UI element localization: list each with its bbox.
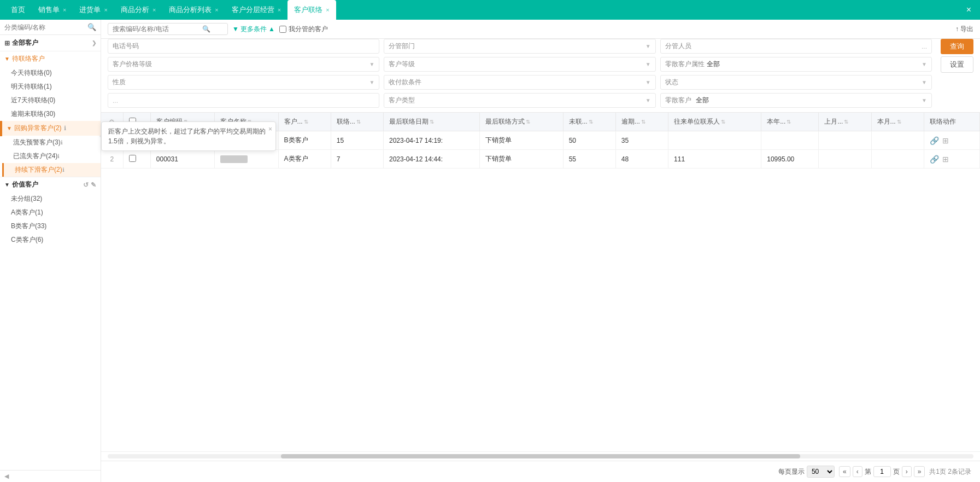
settings-button[interactable]: 设置	[941, 56, 973, 73]
nav-customer-contact-close[interactable]: ×	[326, 7, 329, 13]
abnormal-info-icon[interactable]: ℹ	[64, 125, 66, 132]
sidebar-item-7days[interactable]: 近7天待联络(0)	[0, 94, 101, 107]
export-button[interactable]: ↑ 导出	[955, 25, 973, 34]
my-customers-checkbox[interactable]	[279, 26, 286, 33]
row-action-link-1[interactable]: 🔗	[930, 136, 939, 145]
sidebar-all-customers[interactable]: ⊞ 全部客户 ❯	[0, 35, 101, 51]
query-button[interactable]: 查询	[941, 39, 973, 54]
sidebar-footer[interactable]: ◀	[0, 470, 101, 482]
sort-icon5: ⇅	[430, 119, 434, 125]
filter-status[interactable]: 状态 ▼	[660, 75, 932, 90]
nav-home[interactable]: 首页	[4, 0, 32, 20]
last-page-btn[interactable]: »	[914, 466, 925, 477]
sidebar-pending-contact-title[interactable]: ▼ 待联络客户	[0, 51, 101, 66]
sidebar-search-input[interactable]	[4, 24, 87, 31]
row-last-date-2: 2023-04-12 14:44:	[384, 150, 480, 169]
declining-info-icon[interactable]: ℹ	[62, 167, 64, 173]
col-uncontacted[interactable]: 未联...⇅	[563, 113, 615, 131]
col-overdue[interactable]: 逾期...⇅	[615, 113, 668, 131]
filter-nature[interactable]: 性质 ▼	[108, 75, 379, 90]
sidebar-item-a-class[interactable]: A类客户(1)	[0, 206, 101, 219]
customer-search-input[interactable]	[113, 25, 200, 33]
window-close-button[interactable]: ×	[962, 5, 976, 15]
sidebar-item-lost[interactable]: 已流失客户(24) ℹ	[2, 149, 101, 163]
sidebar-item-tomorrow[interactable]: 明天待联络(1)	[0, 80, 101, 94]
filter-customer-level[interactable]: 客户等级 ▼	[384, 57, 655, 72]
lost-info-icon[interactable]: ℹ	[57, 153, 60, 159]
search-execute-icon[interactable]: 🔍	[202, 25, 210, 33]
row-checkbox-2[interactable]	[123, 150, 150, 169]
first-page-btn[interactable]: «	[839, 466, 850, 477]
filter-price-level[interactable]: 客户价格等级 ▼	[108, 57, 379, 72]
next-page-btn[interactable]: ›	[902, 466, 912, 477]
col-last-contact-date[interactable]: 最后联络日期⇅	[384, 113, 480, 131]
sidebar-search-icon[interactable]: 🔍	[87, 23, 96, 31]
nav-customer-contact[interactable]: 客户联络 ×	[287, 0, 336, 20]
row-code-2[interactable]: 000031	[150, 150, 214, 169]
filter-retail-customer[interactable]: 零散客户 全部 ▼	[660, 93, 932, 108]
sidebar-abnormal-title[interactable]: ▼ 回购异常客户(2) ℹ	[2, 121, 101, 136]
filter-payment-terms[interactable]: 收付款条件 ▼	[384, 75, 655, 90]
person-more-btn[interactable]: ...	[922, 43, 927, 50]
sidebar-value-title[interactable]: ▼ 价值客户 ↺ ✎	[0, 177, 101, 192]
row-last-method-2[interactable]: 下销货单	[480, 150, 563, 169]
more-conditions-btn[interactable]: ▼ 更多条件 ▲	[232, 25, 275, 34]
col-contact-count[interactable]: 联络...⇅	[331, 113, 383, 131]
page-number-input[interactable]	[873, 466, 891, 477]
my-customers-filter[interactable]: 我分管的客户	[279, 25, 328, 34]
sidebar-item-c-class[interactable]: C类客户(6)	[0, 233, 101, 247]
sort-icon9: ⇅	[721, 119, 725, 125]
nav-purchase[interactable]: 进货单 ×	[73, 0, 114, 20]
refresh-icon[interactable]: ↺	[83, 181, 89, 189]
filter-retail-attr[interactable]: 零散客户属性 全部 ▼	[660, 57, 932, 72]
horizontal-scrollbar[interactable]	[101, 451, 980, 461]
col-this-month[interactable]: 本月...⇅	[871, 113, 924, 131]
nav-product-analysis[interactable]: 商品分析 ×	[114, 0, 162, 20]
per-page-select[interactable]: 50 100 200	[807, 466, 835, 478]
nav-customer-tier[interactable]: 客户分层经营 ×	[225, 0, 287, 20]
nav-product-list[interactable]: 商品分析列表 ×	[162, 0, 225, 20]
filter-dept[interactable]: 分管部门 ▼	[384, 39, 655, 54]
col-this-year[interactable]: 本年...⇅	[761, 113, 819, 131]
row-last-date-1: 2023-04-17 14:19:	[384, 131, 480, 150]
nav-product-analysis-close[interactable]: ×	[152, 7, 156, 13]
col-last-contact-method[interactable]: 最后联络方式⇅	[480, 113, 563, 131]
edit-icon[interactable]: ✎	[91, 181, 96, 189]
filter-row-1: 电话号码 分管部门 ▼ 分管人员 ...	[108, 39, 932, 54]
row-last-method-1[interactable]: 下销货单	[480, 131, 563, 150]
sidebar-item-b-class[interactable]: B类客户(33)	[0, 219, 101, 233]
row-action-grid-2[interactable]: ⊞	[942, 155, 949, 164]
nav-purchase-close[interactable]: ×	[104, 7, 107, 13]
customer-type-dropdown-arrow: ▼	[645, 97, 651, 103]
sidebar-item-losing[interactable]: 流失预警客户(3) ℹ	[2, 136, 101, 149]
nav-sales[interactable]: 销售单 ×	[32, 0, 73, 20]
nav-sales-close[interactable]: ×	[63, 7, 66, 13]
nav-product-list-close[interactable]: ×	[215, 7, 218, 13]
row-this-month-2	[871, 150, 924, 169]
sidebar-item-declining[interactable]: 持续下滑客户(2) ℹ	[2, 163, 101, 177]
tooltip-box: 距客户上次交易时长，超过了此客户的平均交易周期的1.5倍，则视为异常。 ×	[101, 121, 276, 151]
row-contact-count-2: 7	[331, 150, 383, 169]
main-layout: 🔍 ⊞ 全部客户 ❯ ▼ 待联络客户 今天待联络(0) 明天待联络(1) 近7天…	[0, 20, 980, 482]
prev-page-btn[interactable]: ‹	[853, 466, 862, 477]
filter-person[interactable]: 分管人员 ...	[660, 39, 932, 54]
sidebar-item-today[interactable]: 今天待联络(0)	[0, 66, 101, 80]
more-btn[interactable]: ...	[113, 97, 118, 104]
row-actions-2: 🔗 ⊞	[924, 150, 979, 169]
sidebar-item-ungrouped[interactable]: 未分组(32)	[0, 192, 101, 206]
sidebar-item-overdue[interactable]: 逾期未联络(30)	[0, 107, 101, 121]
row-action-link-2[interactable]: 🔗	[930, 155, 939, 164]
col-last-month[interactable]: 上月...⇅	[819, 113, 871, 131]
col-customer-type[interactable]: 客户...⇅	[278, 113, 331, 131]
col-contact-person[interactable]: 往来单位联系人⇅	[668, 113, 761, 131]
payment-terms-dropdown-arrow: ▼	[645, 79, 651, 85]
sidebar-value-group: ▼ 价值客户 ↺ ✎ 未分组(32) A类客户(1) B类客户(33) C类客户…	[0, 177, 101, 247]
tooltip-close[interactable]: ×	[268, 124, 272, 134]
losing-info-icon[interactable]: ℹ	[61, 140, 63, 146]
filter-customer-type[interactable]: 客户类型 ▼	[384, 93, 655, 108]
sort-icon3: ⇅	[304, 119, 308, 125]
nav-customer-tier-close[interactable]: ×	[278, 7, 281, 13]
sidebar-collapse-btn[interactable]: ◀	[4, 473, 9, 480]
row-action-grid-1[interactable]: ⊞	[942, 136, 949, 145]
filter-more-placeholder[interactable]: ...	[108, 93, 379, 108]
